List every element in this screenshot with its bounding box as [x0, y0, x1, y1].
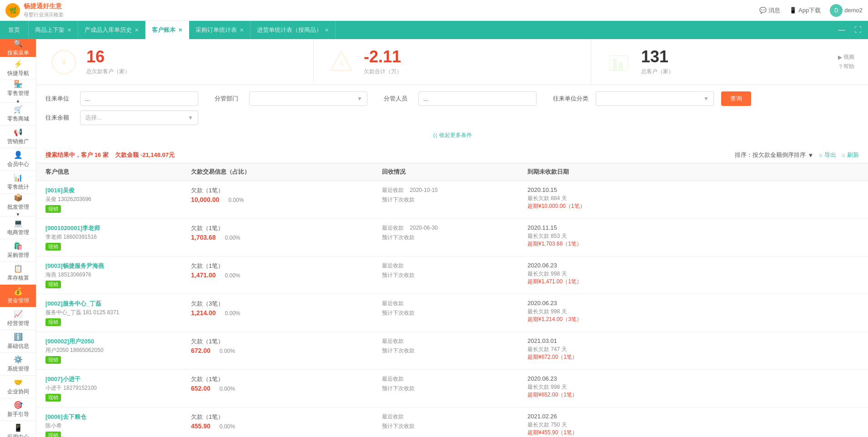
app-subtitle: 母婴行业演示账套 — [24, 11, 64, 18]
wholesale-icon: 📦 — [14, 193, 23, 202]
overdue-link[interactable]: 超期¥1,703.68（1笔） — [527, 240, 859, 248]
debt-cell: 欠款（1笔） 10,000.00 0.00% — [191, 186, 382, 203]
customer-name-link[interactable]: [000002]用户2050 — [45, 337, 191, 346]
tab-collapse-button[interactable]: — — [835, 25, 848, 35]
message-button[interactable]: 💬 消息 — [759, 6, 780, 15]
tab-home[interactable]: 首页 — [0, 21, 29, 39]
debt-cell: 欠款（1笔） 652.00 0.00% — [191, 375, 382, 392]
tab-close-icon[interactable]: ✕ — [67, 27, 71, 33]
tab-bar: 首页 商品上下架 ✕ 产成品入库单历史 ✕ 客户账本 ✕ 采购订单统计表 ✕ 进… — [0, 21, 868, 39]
sidebar-item-member-center[interactable]: 👤 会员中心 — [0, 148, 36, 171]
retail-icon: 🏪 — [14, 80, 23, 88]
customer-info-cell: [0007]小进干 小进干 18279152100 现销 — [45, 375, 191, 402]
table-row: [0016]吴俊 吴俊 13026203696 现销 欠款（1笔） 10,000… — [36, 181, 868, 219]
tab-inbound-stats[interactable]: 进货单统计表（按商品） ✕ — [251, 21, 336, 39]
sidebar-item-retail-mall[interactable]: 🛒 零售商城 — [0, 103, 36, 126]
overdue-link[interactable]: 超期¥10,000.00（1笔） — [527, 202, 859, 210]
customer-name-link[interactable]: [0002]服务中心_丁磊 — [45, 300, 191, 308]
filter-manager-input[interactable]: ... — [418, 91, 537, 106]
table-row: [0006]去下粮仓 陈小希 现销 欠款（1笔） 455.90 0.00% 最近… — [36, 407, 868, 437]
overdue-link[interactable]: 超期¥455.90（1笔） — [527, 429, 859, 437]
stat-card-debt-total: ⚠ -2.11 欠款合计（万） — [314, 39, 591, 85]
overdue-link[interactable]: 超期¥1,214.00（3笔） — [527, 316, 859, 323]
filter-category-select[interactable]: ▼ — [596, 91, 714, 106]
col-header-recovery: 回收情况 — [382, 168, 527, 176]
message-icon: 💬 — [759, 7, 767, 14]
filter-row-1: 往来单位 ... 分管部门 ▼ 分管人员 ... 往来单位分类 ▼ — [45, 91, 859, 106]
customer-name-link[interactable]: [0016]吴俊 — [45, 186, 191, 195]
tab-fullscreen-button[interactable]: ⛶ — [852, 25, 864, 35]
capital-icon: 💰 — [14, 287, 23, 296]
sidebar-item-purchase-mgmt[interactable]: 🛍️ 采购管理 — [0, 239, 36, 262]
sidebar-item-ecommerce[interactable]: 💻 电商管理 — [0, 216, 36, 239]
sidebar-item-system-mgmt[interactable]: ⚙️ 系统管理 — [0, 353, 36, 376]
sidebar-item-business-mgmt[interactable]: 📈 经营管理 — [0, 307, 36, 330]
overdue-link[interactable]: 超期¥672.00（1笔） — [527, 353, 859, 361]
help-link[interactable]: ? 帮助 — [839, 63, 854, 70]
sidebar-item-quick-nav[interactable]: ⚡ 快捷导航 — [0, 57, 36, 80]
tab-production-history[interactable]: 产成品入库单历史 ✕ — [78, 21, 146, 39]
sidebar-item-retail-stats[interactable]: 📊 零售统计 — [0, 171, 36, 194]
sidebar-item-enterprise-collab[interactable]: 🤝 企业协同 — [0, 376, 36, 398]
recovery-cell: 最近收款 预计下次收款 — [382, 300, 527, 317]
collapse-row[interactable]: ⟨⟨ 收起更多条件 — [45, 130, 859, 143]
table-row: [0001020001]李老师 李老师 18600391516 现销 欠款（1笔… — [36, 219, 868, 256]
app-download-button[interactable]: 📱 App下载 — [789, 6, 821, 15]
total-customers-number: 131 — [641, 49, 674, 65]
sort-selector[interactable]: 排序：按欠款金额倒序排序 ▼ — [735, 151, 813, 159]
refresh-button[interactable]: ○ 刷新 — [842, 151, 859, 159]
overdue-link[interactable]: 超期¥1,471.00（1笔） — [527, 278, 859, 286]
tab-products-toggle[interactable]: 商品上下架 ✕ — [29, 21, 78, 39]
filter-balance-select[interactable]: 选择... ▼ — [80, 111, 198, 125]
video-link[interactable]: ▶ 视频 — [838, 53, 854, 61]
filter-label-4: 往来单位分类 — [553, 95, 588, 103]
customer-name-link[interactable]: [0003]畅捷服务尹海燕 — [45, 262, 191, 270]
sidebar-item-retail-mgmt[interactable]: 🏪 零售管理 ▲ — [0, 80, 36, 103]
customer-tag: 现销 — [45, 243, 61, 251]
sidebar-search[interactable]: 🔍 搜索菜单 — [0, 39, 36, 57]
svg-rect-5 — [612, 59, 617, 70]
export-button[interactable]: ○ 导出 — [819, 151, 836, 159]
sidebar-item-basic-info[interactable]: ℹ️ 基础信息 — [0, 330, 36, 353]
tab-customer-account[interactable]: 客户账本 ✕ — [146, 21, 189, 39]
tab-close-icon[interactable]: ✕ — [325, 27, 329, 33]
customer-name-link[interactable]: [0007]小进干 — [45, 375, 191, 383]
overdue-link[interactable]: 超期¥652.00（1笔） — [527, 391, 859, 399]
filter-dept-select[interactable]: ▼ — [249, 91, 367, 106]
debt-cell: 欠款（1笔） 672.00 0.00% — [191, 337, 382, 354]
app-icon: 📱 — [789, 7, 797, 14]
sidebar-item-capital-mgmt[interactable]: 💰 资金管理 — [0, 285, 36, 307]
filter-label-5: 往来余额 — [45, 114, 73, 122]
top-bar: 🌿 畅捷通好生意 母婴行业演示账套 💬 消息 📱 App下载 D demo2 — [0, 0, 868, 21]
svg-text:⚠: ⚠ — [338, 59, 344, 66]
sidebar-item-beginner[interactable]: 🎯 新手引导 — [0, 398, 36, 421]
avatar: D — [830, 4, 843, 17]
video-icon: ▶ — [838, 54, 842, 60]
business-icon: 📈 — [14, 310, 23, 318]
member-icon: 👤 — [14, 151, 23, 159]
result-summary: 搜索结果中，客户 16 家 欠款金额 -21,148.07元 — [45, 151, 175, 159]
sidebar-item-marketing[interactable]: 📢 营销推广 — [0, 126, 36, 148]
top-right: 💬 消息 📱 App下载 D demo2 — [759, 4, 863, 17]
recovery-cell: 最近收款 预计下次收款 — [382, 337, 527, 355]
customer-name-link[interactable]: [0006]去下粮仓 — [45, 413, 191, 421]
tab-close-icon[interactable]: ✕ — [135, 27, 139, 33]
filter-manager-dots: ... — [423, 95, 428, 102]
sidebar-item-wholesale-mgmt[interactable]: 📦 批发管理 ▼ — [0, 194, 36, 216]
tab-close-icon[interactable]: ✕ — [240, 27, 244, 33]
recovery-cell: 最近收款 2020-10-15 预计下次收款 — [382, 186, 527, 204]
user-menu[interactable]: D demo2 — [830, 4, 863, 17]
overdue-cell: 2020.06.23 最长欠款 998 天 超期¥1,214.00（3笔） — [527, 300, 859, 323]
search-button[interactable]: 查询 — [721, 91, 751, 106]
debt-cell: 欠款（3笔） 1,214.00 0.00% — [191, 300, 382, 316]
customer-name-link[interactable]: [0001020001]李老师 — [45, 224, 191, 232]
sidebar-item-app-center[interactable]: 📱 应用中心 — [0, 421, 36, 437]
result-actions: 排序：按欠款金额倒序排序 ▼ ○ 导出 ○ 刷新 — [735, 151, 859, 159]
tab-close-icon[interactable]: ✕ — [178, 27, 182, 33]
svg-rect-6 — [618, 62, 622, 70]
overdue-cell: 2020.11.15 最长欠款 853 天 超期¥1,703.68（1笔） — [527, 224, 859, 248]
filter-customer-input[interactable]: ... — [80, 91, 198, 106]
sidebar-item-inventory[interactable]: 📋 库存核算 — [0, 262, 36, 285]
tab-purchase-order-stats[interactable]: 采购订单统计表 ✕ — [189, 21, 251, 39]
customer-info-cell: [0003]畅捷服务尹海燕 海燕 18513066976 现销 — [45, 262, 191, 288]
